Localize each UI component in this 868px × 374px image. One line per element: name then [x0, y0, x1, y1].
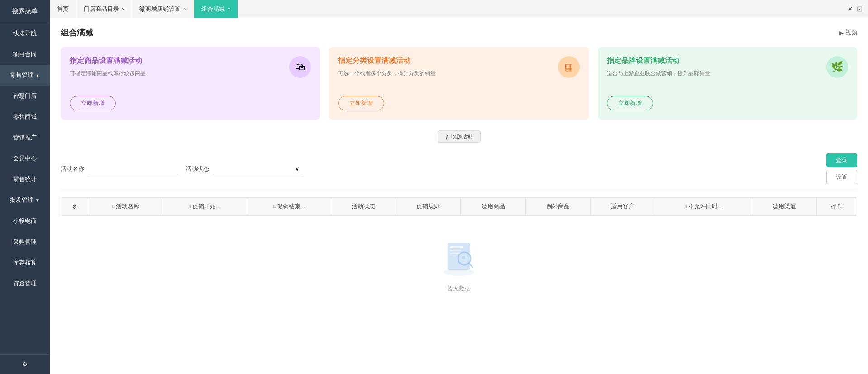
sidebar-item-yingxiao[interactable]: 营销推广: [0, 127, 50, 148]
sidebar-item-label: 智慧门店: [13, 92, 37, 100]
col-settings[interactable]: ⚙: [61, 198, 88, 216]
card-desc: 适合与上游企业联合做营销，提升品牌销量: [607, 69, 848, 78]
activity-status-select[interactable]: ∨: [213, 163, 303, 174]
cards-row: 🛍 指定商品设置满减活动 可指定滞销商品或库存较多商品 立即新增 ▦ 指定分类设…: [61, 47, 857, 120]
chevron-down-icon: ∨: [295, 165, 300, 172]
col-exception: 例外商品: [525, 198, 590, 216]
svg-rect-3: [450, 250, 461, 251]
col-goods: 适用商品: [461, 198, 525, 216]
col-end[interactable]: ⇅促销结束...: [247, 198, 331, 216]
category-card: ▦ 指定分类设置满减活动 可选一个或者多个分类，提升分类的销量 立即新增: [329, 47, 588, 120]
sidebar-item-label: 会员中心: [13, 154, 37, 163]
query-button[interactable]: 查询: [826, 153, 857, 167]
collapse-label: 收起活动: [451, 133, 473, 140]
main-content: 首页 门店商品目录 × 微商城店铺设置 × 组合满减 × ✕ ⊡ 组合满减 ▶ …: [50, 0, 868, 374]
sidebar-item-xiaochang[interactable]: 小畅电商: [0, 211, 50, 231]
sidebar-item-kucun[interactable]: 库存核算: [0, 252, 50, 273]
tab-product[interactable]: 门店商品目录 ×: [76, 0, 132, 18]
activity-table: ⚙ ⇅活动名称 ⇅促销开始... ⇅促销结束... 活动状态 促销规则 适用商品…: [61, 197, 857, 216]
tab-label: 组合满减: [201, 5, 225, 13]
sidebar-item-label: 快捷导航: [13, 29, 37, 38]
tab-label: 门店商品目录: [84, 5, 119, 13]
sidebar-item-shangcheng[interactable]: 零售商城: [0, 106, 50, 127]
product-card: 🛍 指定商品设置满减活动 可指定滞销商品或库存较多商品 立即新增: [61, 47, 320, 120]
sidebar-item-zijin[interactable]: 资金管理: [0, 273, 50, 294]
product-add-button[interactable]: 立即新增: [70, 96, 116, 110]
col-status: 活动状态: [331, 198, 396, 216]
empty-state: 暂无数据: [61, 216, 857, 311]
collapse-button[interactable]: ∧ 收起活动: [438, 130, 481, 143]
sidebar-item-label: 批发管理: [10, 196, 33, 204]
window-maximize-button[interactable]: ⊡: [857, 5, 863, 13]
sidebar-item-label: 资金管理: [13, 279, 37, 288]
col-start[interactable]: ⇅促销开始...: [162, 198, 247, 216]
brand-add-button[interactable]: 立即新增: [607, 96, 653, 110]
col-rule: 促销规则: [396, 198, 461, 216]
collapse-icon: ∧: [445, 134, 449, 140]
svg-rect-2: [450, 246, 463, 248]
table-header-row: ⚙ ⇅活动名称 ⇅促销开始... ⇅促销结束... 活动状态 促销规则 适用商品…: [61, 198, 857, 216]
sidebar-item-pifa[interactable]: 批发管理 ▼: [0, 190, 50, 211]
chevron-up-icon: ▲: [35, 73, 40, 78]
tab-combo[interactable]: 组合满减 ×: [194, 0, 238, 18]
card-title: 指定分类设置满减活动: [338, 56, 579, 66]
card-icon: 🛍: [289, 56, 311, 78]
brand-card: 🌿 指定品牌设置满减活动 适合与上游企业联合做营销，提升品牌销量 立即新增: [598, 47, 857, 120]
table-container: ⚙ ⇅活动名称 ⇅促销开始... ⇅促销结束... 活动状态 促销规则 适用商品…: [61, 197, 857, 311]
sidebar-item-tongji[interactable]: 零售统计: [0, 169, 50, 190]
tab-label: 微商城店铺设置: [139, 5, 181, 13]
card-title: 指定品牌设置满减活动: [607, 56, 848, 66]
activity-status-label: 活动状态: [186, 165, 209, 173]
tab-close-icon[interactable]: ×: [228, 6, 230, 12]
sidebar: 搜索菜单 快捷导航 项目合同 零售管理 ▲ 智慧门店 零售商城 营销推广 会员中…: [0, 0, 50, 374]
sidebar-item-zhihui[interactable]: 智慧门店: [0, 86, 50, 106]
card-title: 指定商品设置满减活动: [70, 56, 311, 66]
tab-home[interactable]: 首页: [50, 0, 76, 18]
card-desc: 可选一个或者多个分类，提升分类的销量: [338, 69, 579, 78]
card-icon: ▦: [558, 56, 580, 78]
page-title: 组合满减: [61, 27, 93, 38]
empty-text: 暂无数据: [447, 284, 471, 292]
empty-illustration: [436, 234, 482, 279]
sidebar-search[interactable]: 搜索菜单: [0, 0, 50, 23]
card-desc: 可指定滞销商品或库存较多商品: [70, 69, 311, 78]
search-bar: 活动名称 活动状态 ∨ 查询 设置: [61, 153, 857, 190]
category-add-button[interactable]: 立即新增: [338, 96, 384, 110]
sidebar-item-caigou[interactable]: 采购管理: [0, 231, 50, 252]
sidebar-item-label: 库存核算: [13, 259, 37, 267]
video-link[interactable]: ▶ 视频: [839, 29, 857, 37]
col-name[interactable]: ⇅活动名称: [88, 198, 162, 216]
tab-bar: 首页 门店商品目录 × 微商城店铺设置 × 组合满减 × ✕ ⊡: [50, 0, 868, 18]
col-customer: 适用客户: [590, 198, 655, 216]
sidebar-item-label: 营销推广: [13, 134, 37, 142]
settings-button[interactable]: 设置: [826, 170, 857, 184]
sidebar-item-xiangmu[interactable]: 项目合同: [0, 44, 50, 65]
search-actions: 查询 设置: [826, 153, 857, 184]
tab-close-icon[interactable]: ×: [183, 6, 186, 12]
tab-close-icon[interactable]: ×: [122, 6, 124, 12]
tab-wechat[interactable]: 微商城店铺设置 ×: [132, 0, 194, 18]
activity-status-field: 活动状态 ∨: [186, 163, 303, 174]
tab-actions: ✕ ⊡: [847, 5, 868, 13]
window-close-button[interactable]: ✕: [847, 5, 853, 13]
sidebar-item-label: 零售统计: [13, 175, 37, 183]
sidebar-item-label: 小畅电商: [13, 217, 37, 225]
col-exclusive[interactable]: ⇅不允许同时...: [655, 198, 752, 216]
sidebar-item-lingshou[interactable]: 零售管理 ▲: [0, 65, 50, 86]
page-header: 组合满减 ▶ 视频: [61, 27, 857, 38]
gear-icon: ⚙: [22, 361, 28, 368]
tab-label: 首页: [57, 5, 69, 13]
activity-name-field: 活动名称: [61, 163, 178, 174]
sidebar-item-label: 采购管理: [13, 238, 37, 246]
collapse-bar: ∧ 收起活动: [61, 127, 857, 146]
col-channel: 适用渠道: [752, 198, 816, 216]
sidebar-item-huiyuan[interactable]: 会员中心: [0, 148, 50, 169]
activity-name-input[interactable]: [88, 163, 178, 174]
sidebar-item-kuaijie[interactable]: 快捷导航: [0, 23, 50, 44]
page-content: 组合满减 ▶ 视频 🛍 指定商品设置满减活动 可指定滞销商品或库存较多商品 立即…: [50, 18, 868, 374]
col-action: 操作: [816, 198, 857, 216]
play-circle-icon: ▶: [839, 29, 844, 36]
sidebar-settings-btn[interactable]: ⚙: [0, 354, 50, 374]
chevron-down-icon: ▼: [35, 198, 40, 203]
sidebar-item-label: 项目合同: [13, 50, 37, 58]
